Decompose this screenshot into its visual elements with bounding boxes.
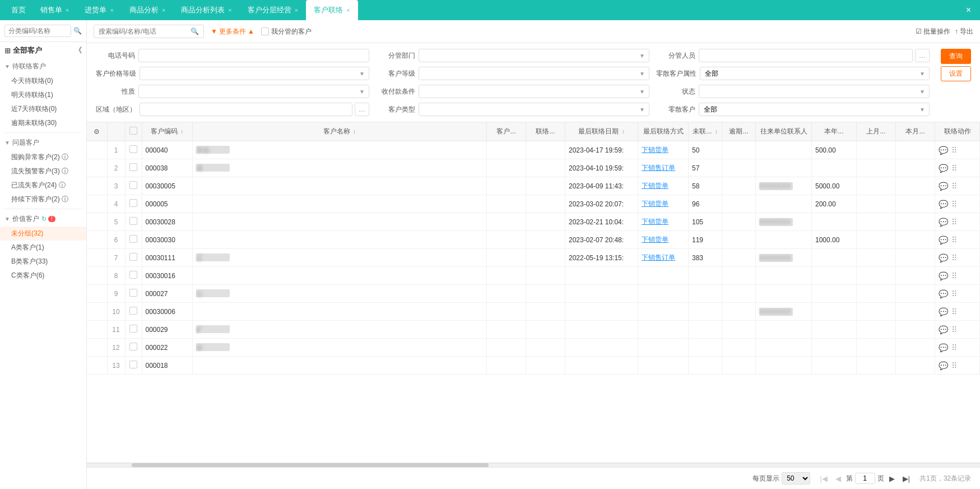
filter-cust-type-select[interactable] (419, 103, 649, 116)
last-method-link[interactable]: 下销货单 (642, 236, 668, 243)
contact-icon[interactable]: 💬 (939, 307, 948, 316)
td-checkbox[interactable] (125, 195, 142, 213)
sidebar-collapse-icon[interactable]: 《 (75, 45, 82, 56)
row-checkbox[interactable] (129, 343, 137, 350)
sidebar-group-problem[interactable]: ▼ 问题客户 (0, 135, 86, 150)
nav-tab-sales[interactable]: 销售单 × (32, 0, 77, 20)
reset-button[interactable]: 设置 (941, 66, 971, 81)
more-icon[interactable]: ⠿ (951, 343, 957, 352)
contact-icon[interactable]: 💬 (939, 325, 948, 334)
filter-status-select[interactable] (699, 85, 930, 98)
last-method-link[interactable]: 下销售订单 (642, 164, 675, 172)
contact-icon[interactable]: 💬 (939, 289, 948, 298)
nav-tab-customer-mgmt-close[interactable]: × (295, 7, 298, 13)
contact-icon[interactable]: 💬 (939, 200, 948, 209)
th-partner[interactable]: 往来单位联系人 (756, 122, 812, 141)
more-icon[interactable]: ⠿ (951, 307, 957, 316)
nav-tab-analysis-list[interactable]: 商品分析列表 × (173, 0, 239, 20)
row-checkbox[interactable] (129, 361, 137, 368)
row-checkbox[interactable] (129, 217, 137, 225)
th-last-date[interactable]: 最后联络日期 ↕ (565, 122, 638, 141)
contact-icon[interactable]: 💬 (939, 146, 948, 155)
filter-search-input[interactable] (99, 27, 188, 35)
contact-icon[interactable]: 💬 (939, 218, 948, 227)
filter-dept-select[interactable] (419, 49, 649, 62)
td-checkbox[interactable] (125, 213, 142, 231)
next-page-btn[interactable]: ▶ (886, 473, 898, 484)
name-sort-icon[interactable]: ↕ (353, 128, 356, 135)
last-method-link[interactable]: 下销货单 (642, 146, 668, 154)
last-method-link[interactable]: 下销货单 (642, 200, 668, 207)
th-overdue[interactable]: 逾期... (722, 122, 756, 141)
nav-tab-sales-close[interactable]: × (66, 7, 69, 13)
th-name[interactable]: 客户名称 ↕ (192, 122, 487, 141)
scrollbar-thumb[interactable] (132, 463, 489, 467)
filter-person-ellipsis[interactable]: … (915, 49, 930, 62)
more-icon[interactable]: ⠿ (951, 271, 957, 280)
filter-price-grade-select[interactable] (140, 67, 369, 80)
last-method-link[interactable]: 下销售订单 (642, 253, 675, 261)
nav-tab-analysis-close[interactable]: × (162, 7, 165, 13)
filter-phone-input[interactable] (138, 49, 369, 62)
sidebar-item-class-a[interactable]: A类客户(1) (0, 241, 86, 255)
header-checkbox[interactable] (129, 127, 137, 135)
nav-tab-customer-mgmt[interactable]: 客户分层经营 × (240, 0, 306, 20)
more-icon[interactable]: ⠿ (951, 146, 957, 155)
th-gear[interactable]: ⚙ (87, 122, 107, 141)
contact-icon[interactable]: 💬 (939, 253, 948, 262)
row-checkbox[interactable] (129, 289, 137, 297)
contact-icon[interactable]: 💬 (939, 182, 948, 191)
sidebar-item-tomorrow[interactable]: 明天待联络(1) (0, 88, 86, 102)
th-type[interactable]: 客户... (487, 122, 526, 141)
nav-tab-purchase[interactable]: 进货单 × (77, 0, 121, 20)
more-icon[interactable]: ⠿ (951, 325, 957, 334)
nav-tab-analysis-list-close[interactable]: × (228, 7, 231, 13)
td-checkbox[interactable] (125, 285, 142, 303)
more-conditions-btn[interactable]: ▼ 更多条件 ▲ (211, 27, 254, 36)
refresh-icon[interactable]: ↻ (41, 215, 47, 223)
gear-icon[interactable]: ⚙ (94, 128, 100, 136)
filter-customer-grade-select[interactable] (419, 67, 649, 80)
last-method-link[interactable]: 下销货单 (642, 182, 668, 190)
td-checkbox[interactable] (125, 141, 142, 159)
th-checkbox[interactable] (125, 122, 142, 141)
filter-person-input[interactable] (699, 49, 913, 62)
more-icon[interactable]: ⠿ (951, 361, 957, 370)
th-unlinkdays[interactable]: 未联... ↕ (689, 122, 722, 141)
close-all-tabs[interactable]: × (962, 5, 976, 15)
nav-tab-purchase-close[interactable]: × (110, 7, 113, 13)
sidebar-item-today[interactable]: 今天待联络(0) (0, 74, 86, 88)
more-icon[interactable]: ⠿ (951, 236, 957, 245)
filter-search-icon[interactable]: 🔍 (191, 27, 199, 35)
contact-icon[interactable]: 💬 (939, 361, 948, 370)
nav-tab-customer-contact-close[interactable]: × (346, 7, 350, 13)
row-checkbox[interactable] (129, 163, 137, 171)
td-checkbox[interactable] (125, 357, 142, 375)
row-checkbox[interactable] (129, 253, 137, 261)
sidebar-item-lost[interactable]: 已流失客户(24) ⓘ (0, 178, 86, 192)
td-checkbox[interactable] (125, 249, 142, 267)
sidebar-item-class-c[interactable]: C类客户(6) (0, 269, 86, 283)
my-customers-checkbox[interactable] (261, 27, 269, 35)
th-last-method[interactable]: 最后联络方式 (638, 122, 689, 141)
td-checkbox[interactable] (125, 321, 142, 339)
my-customers-filter[interactable]: 我分管的客户 (261, 27, 312, 36)
td-checkbox[interactable] (125, 339, 142, 357)
td-checkbox[interactable] (125, 177, 142, 195)
horizontal-scrollbar[interactable] (87, 463, 980, 467)
td-checkbox[interactable] (125, 267, 142, 285)
sidebar-item-overdue[interactable]: 逾期未联络(30) (0, 116, 86, 130)
code-sort-icon[interactable]: ↕ (180, 128, 183, 135)
row-checkbox[interactable] (129, 271, 137, 279)
page-input[interactable] (855, 473, 875, 484)
filter-retail-attr-select[interactable]: 全部 (700, 67, 930, 80)
last-page-btn[interactable]: ▶| (900, 473, 913, 484)
th-code[interactable]: 客户编码 ↕ (142, 122, 192, 141)
nav-tab-customer-contact[interactable]: 客户联络 × (306, 0, 357, 20)
sidebar-item-lost-warn[interactable]: 流失预警客户(3) ⓘ (0, 164, 86, 178)
more-icon[interactable]: ⠿ (951, 182, 957, 191)
nav-home[interactable]: 首页 (4, 5, 32, 15)
last-method-link[interactable]: 下销货单 (642, 218, 668, 225)
filter-region-ellipsis[interactable]: … (355, 103, 369, 116)
contact-icon[interactable]: 💬 (939, 343, 948, 352)
